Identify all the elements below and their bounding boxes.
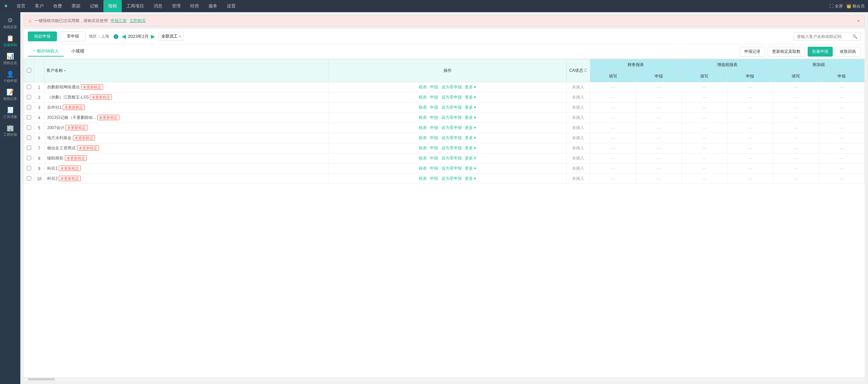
- op-declare[interactable]: 申报: [430, 115, 438, 120]
- nav-invoice[interactable]: 票据: [67, 0, 85, 12]
- op-declare[interactable]: 申报: [430, 166, 438, 171]
- op-more[interactable]: 更多 ▾: [465, 176, 476, 181]
- row-checkbox[interactable]: [27, 85, 31, 89]
- row-checkbox[interactable]: [27, 166, 31, 170]
- nav-settings[interactable]: 设置: [222, 0, 240, 12]
- row-checkbox[interactable]: [27, 135, 31, 140]
- row-checkbox[interactable]: [27, 95, 31, 99]
- sidebar-item-tax-records[interactable]: 📝 报税记录: [0, 86, 20, 104]
- op-tax-table[interactable]: 税表: [419, 176, 427, 181]
- op-declare[interactable]: 申报: [430, 176, 438, 181]
- nav-management[interactable]: 管理: [167, 0, 185, 12]
- row-checkbox[interactable]: [27, 176, 31, 180]
- op-tax-table[interactable]: 税表: [419, 146, 427, 150]
- tab-small-scale[interactable]: 小规模: [66, 46, 89, 57]
- nav-bookkeeping[interactable]: 记账: [85, 0, 103, 12]
- op-tax-table[interactable]: 税表: [419, 85, 427, 89]
- op-declare[interactable]: 申报: [430, 146, 438, 150]
- nav-service[interactable]: 服务: [204, 0, 222, 12]
- tax-records-icon: 📝: [6, 88, 14, 96]
- op-tax-table[interactable]: 税表: [419, 166, 427, 171]
- op-tax-table[interactable]: 税表: [419, 115, 427, 120]
- btn-batch-declaration[interactable]: 批量申报: [808, 47, 833, 57]
- row-checkbox[interactable]: [27, 146, 31, 150]
- sidebar-item-tax-settings-label: 报税设置: [3, 25, 17, 29]
- op-declare[interactable]: 申报: [430, 125, 438, 130]
- op-declare[interactable]: 申报: [430, 156, 438, 161]
- fullscreen-btn[interactable]: ⛶ 全屏: [829, 3, 843, 9]
- tab-zero-declaration[interactable]: 零申报: [60, 31, 85, 41]
- row-checkbox[interactable]: [27, 105, 31, 109]
- notice-close-btn[interactable]: ✕: [857, 19, 860, 23]
- row-col-5: —: [819, 153, 865, 164]
- nav-business[interactable]: 工商项目: [122, 0, 149, 12]
- op-more[interactable]: 更多 ▾: [465, 166, 476, 171]
- nav-home[interactable]: 首页: [12, 0, 30, 12]
- sidebar-item-personal-tax[interactable]: 👤 个税申报: [0, 68, 20, 86]
- notice-link-buy[interactable]: 立即购买: [130, 18, 146, 24]
- op-more[interactable]: 更多 ▾: [465, 115, 476, 120]
- op-zero-declare[interactable]: 设为零申报: [441, 125, 462, 130]
- btn-declaration-records[interactable]: 申报记录: [740, 47, 765, 57]
- member-btn[interactable]: 👑 畅会员: [846, 3, 865, 9]
- staff-select[interactable]: 全部员工 ▾: [158, 32, 184, 41]
- sidebar-item-tax-settings[interactable]: ⚙ 报税设置: [0, 14, 20, 32]
- row-checkbox[interactable]: [27, 115, 31, 120]
- op-zero-declare[interactable]: 设为零申报: [441, 156, 462, 161]
- tab-tax-declaration[interactable]: 税款申报: [28, 31, 57, 41]
- op-zero-declare[interactable]: 设为零申报: [441, 115, 462, 120]
- search-input[interactable]: [797, 34, 851, 39]
- op-tax-table[interactable]: 税表: [419, 95, 427, 100]
- col-finance-group-header: 财务报表: [590, 59, 682, 71]
- row-index: 1: [34, 82, 44, 92]
- op-zero-declare[interactable]: 设为零申报: [441, 105, 462, 110]
- btn-update-tax[interactable]: 更新税定及取数: [768, 47, 805, 57]
- row-col-2: —: [682, 164, 727, 174]
- op-more[interactable]: 更多 ▾: [465, 135, 476, 140]
- tab-general-taxpayer[interactable]: 一般的纳税人: [28, 46, 64, 57]
- op-zero-declare[interactable]: 设为零申报: [441, 166, 462, 171]
- sidebar-item-tax-overview[interactable]: 📊 报税总览: [0, 50, 20, 68]
- op-tax-table[interactable]: 税表: [419, 156, 427, 161]
- op-tax-table[interactable]: 税表: [419, 105, 427, 110]
- op-declare[interactable]: 申报: [430, 85, 438, 89]
- op-more[interactable]: 更多 ▾: [465, 156, 476, 161]
- table-row: 9 科目1 未更新税定 税表 申报 设为零申报 更多 ▾ 未插入 ——————: [24, 164, 865, 174]
- name-sort-icon[interactable]: ▾: [64, 69, 66, 72]
- op-declare[interactable]: 申报: [430, 105, 438, 110]
- btn-receive-receipt[interactable]: 收取回执: [835, 47, 861, 57]
- date-prev-btn[interactable]: ◀: [122, 33, 126, 40]
- date-next-btn[interactable]: ▶: [151, 33, 155, 40]
- op-declare[interactable]: 申报: [430, 95, 438, 100]
- op-zero-declare[interactable]: 设为零申报: [441, 95, 462, 100]
- sidebar-item-annual-report[interactable]: 🏢 工商年报: [0, 122, 20, 140]
- op-zero-declare[interactable]: 设为零申报: [441, 135, 462, 140]
- row-col-2: —: [682, 113, 727, 123]
- horizontal-scrollbar[interactable]: [24, 377, 865, 381]
- scrollbar-thumb[interactable]: [28, 378, 55, 380]
- row-ops: 税表 申报 设为零申报 更多 ▾: [329, 143, 566, 153]
- op-zero-declare[interactable]: 设为零申报: [441, 85, 462, 89]
- op-tax-table[interactable]: 税表: [419, 135, 427, 140]
- op-tax-table[interactable]: 税表: [419, 125, 427, 130]
- op-more[interactable]: 更多 ▾: [465, 85, 476, 89]
- op-zero-declare[interactable]: 设为零申报: [441, 176, 462, 181]
- sidebar-item-batch-tax[interactable]: 📋 批量报税: [0, 32, 20, 50]
- op-more[interactable]: 更多 ▾: [465, 95, 476, 100]
- nav-billing[interactable]: 收费: [48, 0, 67, 12]
- nav-operation[interactable]: 经营: [185, 0, 204, 12]
- select-all-checkbox[interactable]: [27, 68, 31, 72]
- nav-client[interactable]: 客户: [30, 0, 48, 12]
- search-icon[interactable]: 🔍: [852, 34, 857, 39]
- row-checkbox[interactable]: [27, 156, 31, 160]
- sidebar-item-annual-settlement[interactable]: 🧾 汇算清缴: [0, 104, 20, 122]
- op-declare[interactable]: 申报: [430, 135, 438, 140]
- notice-link-declaration[interactable]: 申报汇签: [111, 18, 127, 24]
- op-more[interactable]: 更多 ▾: [465, 125, 476, 130]
- op-more[interactable]: 更多 ▾: [465, 146, 476, 150]
- nav-message[interactable]: 消息: [149, 0, 167, 12]
- nav-tax[interactable]: 报税: [103, 0, 122, 12]
- op-more[interactable]: 更多 ▾: [465, 105, 476, 110]
- op-zero-declare[interactable]: 设为零申报: [441, 146, 462, 150]
- row-checkbox[interactable]: [27, 125, 31, 130]
